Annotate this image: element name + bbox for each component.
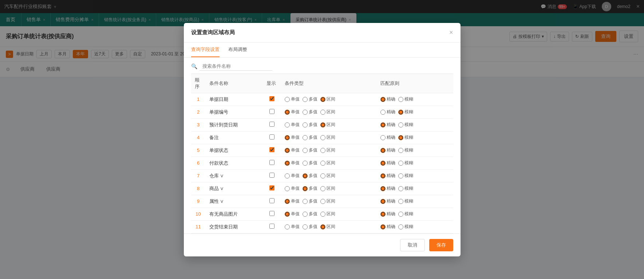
match-radio-label[interactable]: 精确 — [380, 173, 395, 179]
match-radio-label[interactable]: 模糊 — [398, 134, 413, 141]
match-radio-label[interactable]: 模糊 — [398, 147, 413, 153]
type-radio[interactable] — [303, 161, 308, 166]
condition-search-input[interactable] — [199, 62, 272, 71]
match-radio[interactable] — [380, 97, 386, 102]
type-radio-label[interactable]: 多值 — [303, 147, 317, 153]
type-radio[interactable] — [285, 97, 290, 102]
type-radio[interactable] — [285, 135, 290, 140]
type-radio[interactable] — [320, 186, 325, 191]
match-radio-label[interactable]: 精确 — [380, 109, 395, 115]
display-checkbox[interactable] — [269, 173, 274, 178]
type-radio-label[interactable]: 多值 — [303, 160, 317, 166]
type-radio-label[interactable]: 区间 — [320, 109, 335, 115]
type-radio[interactable] — [285, 161, 290, 166]
type-radio-label[interactable]: 区间 — [320, 147, 335, 153]
match-radio[interactable] — [398, 148, 403, 153]
type-radio-label[interactable]: 单值 — [285, 109, 300, 115]
match-radio-label[interactable]: 精确 — [380, 160, 395, 166]
type-radio[interactable] — [303, 97, 308, 102]
save-btn[interactable]: 保存 — [429, 239, 453, 251]
match-radio[interactable] — [398, 186, 403, 191]
type-radio-label[interactable]: 多值 — [303, 109, 317, 115]
type-radio[interactable] — [303, 199, 308, 204]
match-radio-label[interactable]: 精确 — [380, 185, 395, 192]
display-checkbox[interactable] — [269, 147, 274, 152]
match-radio[interactable] — [398, 212, 403, 217]
type-radio-label[interactable]: 区间 — [320, 160, 335, 166]
match-radio[interactable] — [398, 199, 403, 204]
type-radio-label[interactable]: 区间 — [320, 122, 335, 128]
match-radio-label[interactable]: 精确 — [380, 96, 395, 102]
type-radio[interactable] — [320, 173, 325, 178]
type-radio-label[interactable]: 区间 — [320, 224, 335, 230]
type-radio-label[interactable]: 多值 — [303, 185, 317, 192]
type-radio[interactable] — [285, 186, 290, 191]
match-radio-label[interactable]: 模糊 — [398, 173, 413, 179]
match-radio[interactable] — [398, 135, 403, 140]
type-radio-label[interactable]: 单值 — [285, 96, 300, 102]
type-radio[interactable] — [320, 110, 325, 115]
type-radio-label[interactable]: 单值 — [285, 211, 300, 217]
display-checkbox[interactable] — [269, 122, 274, 127]
match-radio-label[interactable]: 模糊 — [398, 109, 413, 115]
match-radio[interactable] — [380, 148, 386, 153]
match-radio[interactable] — [398, 161, 403, 166]
type-radio[interactable] — [303, 186, 308, 191]
match-radio[interactable] — [398, 97, 403, 102]
match-radio-label[interactable]: 精确 — [380, 134, 395, 141]
type-radio[interactable] — [303, 148, 308, 153]
match-radio-label[interactable]: 模糊 — [398, 185, 413, 192]
match-radio[interactable] — [380, 135, 386, 140]
display-checkbox[interactable] — [269, 160, 274, 165]
match-radio[interactable] — [380, 122, 386, 127]
display-checkbox[interactable] — [269, 198, 274, 203]
match-radio-label[interactable]: 模糊 — [398, 211, 413, 217]
type-radio[interactable] — [320, 224, 325, 229]
type-radio[interactable] — [303, 122, 308, 127]
display-checkbox[interactable] — [269, 224, 274, 229]
type-radio[interactable] — [303, 212, 308, 217]
type-radio-label[interactable]: 多值 — [303, 198, 317, 204]
type-radio[interactable] — [320, 148, 325, 153]
display-checkbox[interactable] — [269, 96, 274, 101]
type-radio-label[interactable]: 单值 — [285, 173, 300, 179]
type-radio-label[interactable]: 区间 — [320, 173, 335, 179]
type-radio[interactable] — [303, 135, 308, 140]
type-radio-label[interactable]: 多值 — [303, 224, 317, 230]
type-radio-label[interactable]: 多值 — [303, 211, 317, 217]
match-radio-label[interactable]: 精确 — [380, 224, 395, 230]
type-radio-label[interactable]: 单值 — [285, 224, 300, 230]
match-radio-label[interactable]: 精确 — [380, 198, 395, 204]
type-radio-label[interactable]: 多值 — [303, 96, 317, 102]
tab-query-fields[interactable]: 查询字段设置 — [191, 43, 220, 57]
match-radio-label[interactable]: 模糊 — [398, 122, 413, 128]
type-radio-label[interactable]: 区间 — [320, 185, 335, 192]
match-radio-label[interactable]: 精确 — [380, 147, 395, 153]
type-radio-label[interactable]: 单值 — [285, 134, 300, 141]
type-radio-label[interactable]: 区间 — [320, 134, 335, 141]
type-radio[interactable] — [285, 148, 290, 153]
type-radio-label[interactable]: 多值 — [303, 122, 317, 128]
type-radio[interactable] — [303, 173, 308, 178]
tab-layout-adjust[interactable]: 布局调整 — [228, 43, 247, 57]
type-radio[interactable] — [320, 199, 325, 204]
match-radio[interactable] — [380, 224, 386, 229]
type-radio[interactable] — [320, 212, 325, 217]
type-radio[interactable] — [285, 173, 290, 178]
match-radio-label[interactable]: 模糊 — [398, 96, 413, 102]
match-radio-label[interactable]: 精确 — [380, 122, 395, 128]
type-radio[interactable] — [303, 110, 308, 115]
type-radio[interactable] — [285, 122, 290, 127]
match-radio[interactable] — [380, 199, 386, 204]
match-radio-label[interactable]: 模糊 — [398, 160, 413, 166]
match-radio[interactable] — [398, 224, 403, 229]
type-radio[interactable] — [285, 224, 290, 229]
match-radio-label[interactable]: 模糊 — [398, 224, 413, 230]
match-radio[interactable] — [398, 173, 403, 178]
type-radio[interactable] — [320, 135, 325, 140]
type-radio-label[interactable]: 单值 — [285, 122, 300, 128]
match-radio[interactable] — [380, 110, 386, 115]
type-radio[interactable] — [285, 110, 290, 115]
type-radio-label[interactable]: 多值 — [303, 173, 317, 179]
match-radio[interactable] — [380, 212, 386, 217]
